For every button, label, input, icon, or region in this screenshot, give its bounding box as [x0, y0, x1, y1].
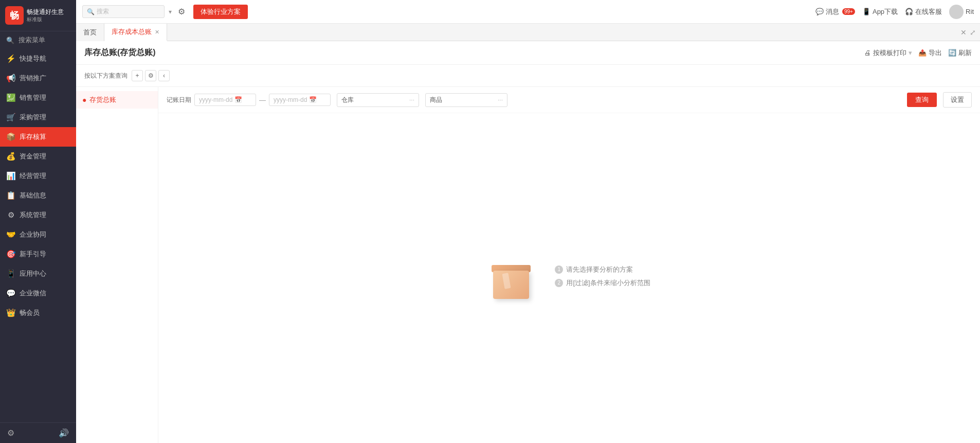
- export-btn[interactable]: 📤 导出: [918, 48, 942, 58]
- empty-step-2-label: 用[过滤]条件来缩小分析范围: [566, 278, 650, 288]
- tab-close-icon[interactable]: ✕: [155, 29, 159, 36]
- scheme-collapse-btn[interactable]: ‹: [158, 70, 170, 81]
- sidebar-item-operations[interactable]: 📊经营管理: [0, 166, 76, 186]
- online-service-btn[interactable]: 🎧 在线客服: [905, 7, 942, 16]
- goods-more-icon: ···: [498, 96, 503, 103]
- sidebar-item-enterprise[interactable]: 🤝企业协同: [0, 225, 76, 244]
- nav-icon-marketing: 📢: [6, 74, 15, 83]
- print-chevron-icon: ▾: [909, 49, 912, 57]
- warehouse-filter[interactable]: 仓库 ···: [337, 93, 419, 107]
- goods-filter[interactable]: 商品 ···: [425, 93, 507, 107]
- step-2-num: 2: [555, 279, 563, 287]
- panel-expand-icon[interactable]: ⤢: [970, 28, 976, 37]
- user-name: Rit: [966, 8, 974, 15]
- tab-home[interactable]: 首页: [76, 24, 104, 41]
- filter-actions: + ⚙ ‹: [132, 70, 170, 81]
- tabbar: 首页 库存成本总账 ✕ ✕ ⤢: [76, 24, 980, 41]
- sidebar-item-inventory[interactable]: 📦库存核算: [0, 127, 76, 147]
- topbar-chevron-icon[interactable]: ▾: [169, 8, 172, 15]
- nav-icon-enterprise: 🤝: [6, 230, 15, 239]
- empty-inner: 1 请先选择要分析的方案 2 用[过滤]条件来缩小分析范围: [488, 253, 650, 304]
- date-start-input[interactable]: yyyy-mm-dd 📅: [194, 94, 256, 106]
- nav-label-member: 畅会员: [20, 308, 40, 317]
- panel-header-right: 🖨 按模板打印 ▾ 📤 导出 🔄 刷新: [864, 48, 972, 58]
- app-download-btn[interactable]: 📱 App下载: [862, 7, 898, 16]
- user-avatar-area[interactable]: Rit: [949, 5, 974, 19]
- nav-icon-finance: 💰: [6, 152, 15, 161]
- date-end-placeholder: yyyy-mm-dd: [274, 96, 307, 103]
- empty-text: 1 请先选择要分析的方案 2 用[过滤]条件来缩小分析范围: [555, 265, 650, 292]
- nav-label-basics: 基础信息: [20, 191, 46, 200]
- add-scheme-btn[interactable]: +: [132, 70, 143, 81]
- app-logo: 畅 畅捷通好生意 标准版: [0, 0, 76, 31]
- nav-icon-inventory: 📦: [6, 132, 15, 141]
- app-name: 畅捷通好生意 标准版: [27, 8, 64, 23]
- right-filter-area: 记账日期 yyyy-mm-dd 📅 — yyyy-mm-dd 📅: [158, 87, 980, 443]
- sidebar-item-basics[interactable]: 📋基础信息: [0, 186, 76, 205]
- topbar-gear-icon[interactable]: ⚙: [178, 7, 185, 16]
- refresh-btn[interactable]: 🔄 刷新: [948, 48, 972, 58]
- sidebar-search-label: 搜索菜单: [19, 36, 45, 45]
- sidebar-item-marketing[interactable]: 📢营销推广: [0, 68, 76, 88]
- nav-label-system: 系统管理: [20, 210, 46, 220]
- export-icon: 📤: [918, 49, 927, 57]
- sidebar-item-quick-nav[interactable]: ⚡快捷导航: [0, 49, 76, 68]
- date-label: 记账日期: [167, 96, 191, 104]
- calendar-end-icon: 📅: [309, 96, 317, 103]
- nav-label-appcenter: 应用中心: [20, 269, 46, 278]
- sidebar-footer: ⚙ 🔊: [0, 422, 76, 443]
- box-body: [493, 271, 529, 299]
- print-template-label: 按模板打印: [873, 48, 906, 58]
- app-download-label: App下载: [873, 7, 898, 16]
- topbar-search-box[interactable]: 🔍 搜索: [82, 5, 165, 18]
- message-icon: 💬: [815, 8, 824, 15]
- messages-label: 消息: [826, 7, 839, 16]
- refresh-label: 刷新: [958, 48, 972, 58]
- industry-btn[interactable]: 体验行业方案: [193, 5, 248, 19]
- tab-home-label: 首页: [83, 28, 97, 37]
- messages-badge: 99+: [842, 8, 855, 15]
- sidebar-item-system[interactable]: ⚙系统管理: [0, 205, 76, 225]
- logo-icon: 畅: [5, 6, 24, 25]
- sidebar-nav: ⚡快捷导航📢营销推广💹销售管理🛒采购管理📦库存核算💰资金管理📊经营管理📋基础信息…: [0, 49, 76, 422]
- empty-step-2: 2 用[过滤]条件来缩小分析范围: [555, 278, 650, 288]
- nav-icon-sales: 💹: [6, 93, 15, 102]
- nav-icon-operations: 📊: [6, 171, 15, 181]
- nav-label-enterprise: 企业协同: [20, 230, 46, 239]
- sidebar-item-finance[interactable]: 💰资金管理: [0, 147, 76, 166]
- online-service-label: 在线客服: [915, 7, 942, 16]
- nav-icon-system: ⚙: [6, 210, 15, 220]
- sidebar-item-purchase[interactable]: 🛒采购管理: [0, 108, 76, 127]
- main-content: 🔍 搜索 ▾ ⚙ 体验行业方案 💬 消息 99+ 📱 App下载 🎧 在线客服: [76, 0, 980, 443]
- scheme-item-stock-ledger[interactable]: ● 存货总账: [76, 91, 158, 109]
- nav-label-newbie: 新手引导: [20, 250, 46, 259]
- sidebar-item-newbie[interactable]: 🎯新手引导: [0, 244, 76, 264]
- sidebar-item-member[interactable]: 👑畅会员: [0, 303, 76, 323]
- sidebar-item-appcenter[interactable]: 📱应用中心: [0, 264, 76, 283]
- date-start-placeholder: yyyy-mm-dd: [199, 96, 232, 103]
- nav-icon-newbie: 🎯: [6, 250, 15, 259]
- settings-btn[interactable]: 设置: [943, 92, 972, 108]
- search-btn[interactable]: 查询: [907, 93, 937, 107]
- app-download-icon: 📱: [862, 8, 870, 15]
- topbar-left: 🔍 搜索 ▾ ⚙ 体验行业方案: [82, 5, 815, 19]
- messages-btn[interactable]: 💬 消息 99+: [815, 7, 855, 16]
- nav-label-purchase: 采购管理: [20, 113, 46, 122]
- print-template-btn[interactable]: 🖨 按模板打印 ▾: [864, 48, 912, 58]
- settings-icon[interactable]: ⚙: [7, 428, 14, 438]
- export-label: 导出: [929, 48, 942, 58]
- box-shine: [502, 273, 511, 289]
- sidebar-item-wechat[interactable]: 💬企业微信: [0, 283, 76, 303]
- sidebar-search[interactable]: 🔍 搜索菜单: [0, 31, 76, 49]
- warehouse-more-icon: ···: [409, 96, 414, 103]
- tab-inventory-ledger[interactable]: 库存成本总账 ✕: [104, 24, 167, 41]
- sidebar-item-sales[interactable]: 💹销售管理: [0, 88, 76, 108]
- empty-step-1-label: 请先选择要分析的方案: [566, 265, 633, 274]
- panel-close-icon[interactable]: ✕: [960, 28, 967, 37]
- nav-label-sales: 销售管理: [20, 93, 46, 102]
- date-end-input[interactable]: yyyy-mm-dd 📅: [269, 94, 331, 106]
- scheme-settings-btn[interactable]: ⚙: [145, 70, 156, 81]
- step-1-num: 1: [555, 265, 563, 274]
- empty-state: 1 请先选择要分析的方案 2 用[过滤]条件来缩小分析范围: [158, 113, 980, 443]
- audio-icon[interactable]: 🔊: [59, 428, 69, 438]
